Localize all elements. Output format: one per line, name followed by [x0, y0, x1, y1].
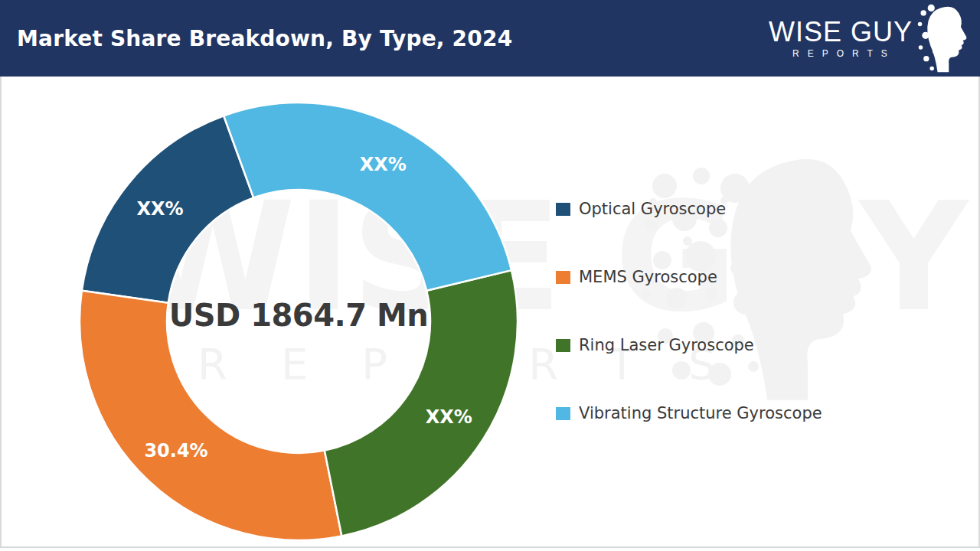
legend-item: Ring Laser Gyroscope	[556, 335, 822, 356]
segment-label: XX%	[136, 198, 183, 220]
donut-center-value: USD 1864.7 Mn	[169, 298, 428, 333]
legend-item: Vibrating Structure Gyroscope	[556, 403, 822, 424]
legend: Optical GyroscopeMEMS GyroscopeRing Lase…	[556, 199, 822, 471]
legend-label: Ring Laser Gyroscope	[579, 337, 754, 354]
legend-label: Optical Gyroscope	[579, 201, 726, 217]
page-title: Market Share Breakdown, By Type, 2024	[17, 26, 512, 51]
legend-swatch	[556, 271, 570, 284]
segment-label: 30.4%	[144, 440, 207, 461]
logo-text: WISE GUY REPORTS	[769, 18, 913, 58]
logo-wordmark: WISE GUY	[769, 18, 913, 46]
logo-face-icon	[914, 3, 971, 73]
report-header: Market Share Breakdown, By Type, 2024 WI…	[0, 0, 980, 77]
legend-swatch	[556, 203, 570, 216]
legend-swatch	[556, 339, 570, 352]
segment-label: XX%	[426, 406, 472, 428]
legend-label: Vibrating Structure Gyroscope	[579, 406, 822, 422]
legend-item: MEMS Gyroscope	[556, 267, 822, 288]
legend-item: Optical Gyroscope	[556, 199, 822, 220]
legend-swatch	[556, 407, 570, 420]
donut-segment-vibrating-structure-gyroscope	[224, 103, 511, 291]
legend-label: MEMS Gyroscope	[579, 269, 717, 285]
segment-label: XX%	[360, 154, 407, 175]
wise-guy-logo: WISE GUY REPORTS	[769, 3, 971, 73]
logo-subtitle: REPORTS	[786, 49, 896, 58]
